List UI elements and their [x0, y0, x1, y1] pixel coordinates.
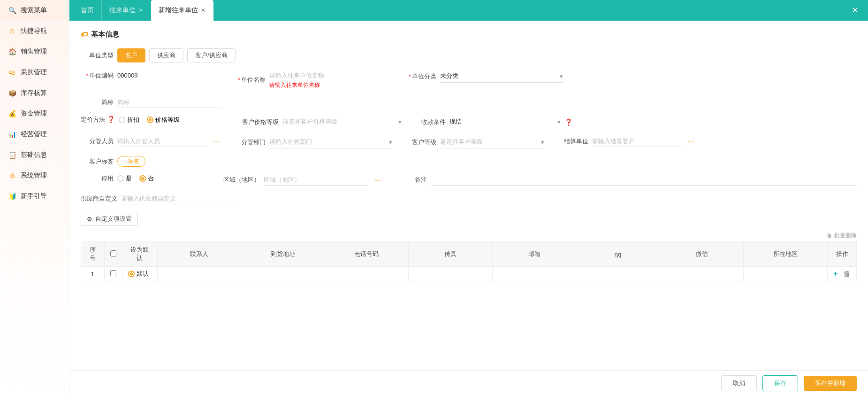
tab-partners[interactable]: 往来单位 ✕	[102, 0, 151, 21]
tab-partners-label: 往来单位	[109, 6, 136, 15]
sidebar-item-system[interactable]: ⚙ 系统管理	[0, 165, 69, 186]
unit-code-input[interactable]	[117, 70, 221, 81]
settlement-more-btn[interactable]: ···	[685, 137, 696, 147]
short-name-input[interactable]	[117, 97, 221, 108]
disabled-label: 停用	[81, 174, 114, 183]
disabled-yes[interactable]: 是	[117, 174, 132, 183]
save-button[interactable]: 保存	[762, 375, 798, 391]
row-qq[interactable]	[576, 267, 660, 281]
sidebar: 🔍 搜索菜单 ⊙ 快捷导航 🏠 销售管理 🛍 采购管理 📦 库存核算 💰 资金管…	[0, 0, 69, 396]
settlement-field: 结算单位 ···	[556, 136, 696, 147]
row-contact-input[interactable]	[163, 271, 236, 278]
sidebar-label-quicknav: 快捷导航	[21, 27, 47, 35]
row-phone-input[interactable]	[331, 271, 403, 278]
pricing-level-circle	[147, 116, 153, 123]
row-wechat[interactable]	[660, 267, 744, 281]
batch-delete-button[interactable]: 🗑 批量删除	[827, 232, 857, 240]
sidebar-item-operation[interactable]: 📊 经营管理	[0, 124, 69, 145]
row-fax[interactable]	[409, 267, 493, 281]
row-fax-input[interactable]	[414, 271, 487, 278]
unit-btn-supplier[interactable]: 供应商	[149, 48, 183, 62]
section-icon: 🏷	[81, 31, 88, 39]
department-select[interactable]: 请输入分管部门 ▾	[269, 136, 392, 148]
sidebar-item-basic[interactable]: 📋 基础信息	[0, 145, 69, 165]
settlement-input[interactable]	[592, 136, 682, 147]
pricing-help-icon[interactable]: ❓	[107, 116, 115, 123]
customer-price-level-select[interactable]: 请选择客户价格等级 ▾	[282, 116, 402, 128]
disabled-no[interactable]: 否	[139, 174, 154, 183]
remark-field: 备注	[394, 174, 857, 186]
unit-btn-customer[interactable]: 客户	[117, 48, 145, 62]
row-region-input[interactable]	[749, 271, 822, 278]
sidebar-label-system: 系统管理	[21, 171, 47, 180]
code-name-category-row: *单位编码 *单位名称 请输入往来单位名称 *单位分类 未分类 ▾	[81, 70, 857, 89]
pricing-level[interactable]: 价格等级	[147, 116, 180, 124]
cancel-button[interactable]: 取消	[721, 375, 757, 391]
tab-home[interactable]: 首页	[73, 0, 102, 21]
payment-terms-select[interactable]: 现结 ▾	[449, 116, 561, 128]
region-more-btn[interactable]: ···	[372, 175, 383, 185]
sidebar-label-finance: 资金管理	[21, 109, 47, 118]
disabled-field: 停用 是 否	[81, 174, 212, 183]
row-wechat-input[interactable]	[666, 271, 738, 278]
customer-level-select[interactable]: 请选择客户等级 ▾	[440, 136, 544, 148]
sidebar-item-search[interactable]: 🔍 搜索菜单	[0, 0, 69, 21]
col-wechat: 微信	[660, 242, 744, 267]
disabled-yes-label: 是	[126, 174, 132, 183]
add-tag-button[interactable]: + 标签	[117, 156, 145, 167]
col-email: 邮箱	[492, 242, 576, 267]
sidebar-item-quicknav[interactable]: ⊙ 快捷导航	[0, 21, 69, 41]
payment-help-icon[interactable]: ❓	[564, 118, 572, 126]
sidebar-item-purchase[interactable]: 🛍 采购管理	[0, 62, 69, 83]
finance-icon: 💰	[8, 109, 17, 118]
row-checkbox[interactable]	[110, 270, 116, 276]
tab-new-partner-close[interactable]: ✕	[201, 7, 206, 14]
sidebar-item-inventory[interactable]: 📦 库存核算	[0, 83, 69, 103]
form-area: 🏷 基本信息 单位类型 客户 供应商 客户/供应商 *单位编码 *单位名称	[69, 21, 868, 370]
row-region[interactable]	[744, 267, 828, 281]
unit-name-input[interactable]	[269, 70, 392, 81]
unit-btn-both[interactable]: 客户/供应商	[187, 48, 236, 62]
row-email[interactable]	[492, 267, 576, 281]
row-default-dot	[130, 272, 133, 275]
tab-partners-close[interactable]: ✕	[138, 7, 143, 14]
row-address-input[interactable]	[247, 271, 319, 278]
tab-new-partner-label: 新增往来单位	[159, 6, 198, 15]
row-add-button[interactable]: +	[833, 270, 838, 278]
select-all-checkbox[interactable]	[110, 250, 116, 256]
pricing-discount-circle	[119, 116, 125, 123]
row-phone[interactable]	[325, 267, 409, 281]
manager-more-btn[interactable]: ···	[211, 137, 221, 147]
sidebar-item-finance[interactable]: 💰 资金管理	[0, 103, 69, 124]
tab-new-partner[interactable]: 新增往来单位 ✕	[151, 0, 213, 21]
col-checkbox	[104, 242, 122, 267]
unit-category-field: *单位分类 未分类 ▾	[404, 70, 563, 83]
table-actions: 🗑 批量删除	[81, 232, 857, 240]
manager-input[interactable]	[117, 136, 207, 147]
customer-price-level-placeholder: 请选择客户价格等级	[282, 117, 337, 126]
custom-settings-button[interactable]: ⚙ 自定义项设置	[81, 212, 138, 226]
supplier-custom-input[interactable]	[121, 193, 240, 204]
row-actions: + 🗑	[828, 267, 857, 281]
inventory-icon: 📦	[8, 88, 17, 98]
region-input[interactable]	[264, 174, 368, 186]
pricing-discount[interactable]: 折扣	[119, 116, 139, 124]
sidebar-item-sales[interactable]: 🏠 销售管理	[0, 41, 69, 62]
window-close-button[interactable]: ✕	[846, 5, 864, 16]
row-default-radio[interactable]: 默认	[128, 270, 152, 278]
remark-input[interactable]	[431, 174, 857, 186]
pricing-level-dot	[149, 118, 152, 121]
short-name-field: 简称	[81, 97, 221, 108]
row-email-input[interactable]	[498, 271, 571, 278]
row-contact[interactable]	[157, 267, 241, 281]
col-default: 设为默认	[122, 242, 157, 267]
sidebar-item-newbie[interactable]: 🔰 新手引导	[0, 186, 69, 207]
save-new-button[interactable]: 保存并新增	[804, 376, 857, 391]
row-qq-input[interactable]	[582, 271, 654, 278]
trash-icon: 🗑	[827, 233, 832, 239]
unit-category-select[interactable]: 未分类 ▾	[440, 70, 563, 83]
row-address[interactable]	[241, 267, 325, 281]
col-index: 序号	[81, 242, 105, 267]
row-delete-button[interactable]: 🗑	[843, 270, 851, 278]
manager-label: 分管人员	[81, 137, 114, 146]
